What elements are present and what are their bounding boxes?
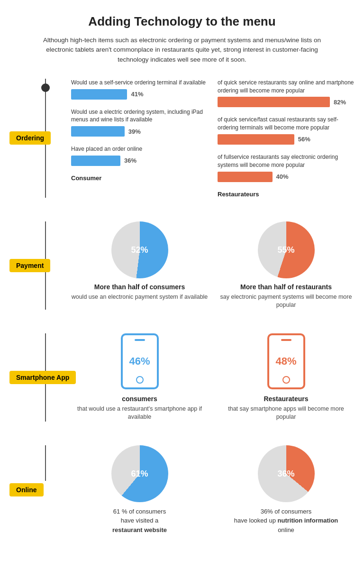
ordering-section: Ordering Would use a self-service orderi… (9, 79, 355, 198)
payment-badge: Payment (9, 259, 50, 272)
smartphone-consumer-title: consumers (122, 395, 157, 403)
restaurateur-bar-2: of quick service/fast casual restaurants… (218, 116, 355, 145)
restaurateur-bar-1-desc: of quick service restaurants say online … (218, 79, 355, 95)
ordering-consumer-col: Would use a self-service ordering termin… (71, 79, 208, 198)
consumer-bar-1-wrap: 41% (71, 89, 208, 100)
payment-restaurateur-pct: 55% (277, 245, 294, 255)
payment-consumer-pct: 52% (131, 245, 148, 255)
consumer-bar-3-desc: Have placed an order online (71, 145, 208, 153)
page-title: Adding Technology to the menu (9, 14, 355, 29)
consumer-bar-1-pct: 41% (131, 91, 143, 98)
consumer-bar-2-fill (71, 126, 125, 137)
online-consumer-col: 61% 61 % of consumers have visited a res… (71, 445, 208, 535)
phone-icon-red: 48% (267, 333, 305, 389)
online-restaurateur-col: 36% 36% of consumers have looked up nutr… (218, 445, 355, 535)
online-restaurateur-text: 36% of consumers have looked up nutritio… (234, 507, 338, 535)
consumer-bar-1-desc: Would use a self-service ordering termin… (71, 79, 208, 87)
smartphone-restaurateur-pct: 48% (275, 355, 296, 368)
online-restaurateur-desc2: have looked up (234, 517, 276, 524)
consumer-bar-3-wrap: 36% (71, 156, 208, 166)
restaurateur-bar-1: of quick service restaurants say online … (218, 79, 355, 108)
online-badge: Online (9, 483, 44, 496)
payment-consumer-desc: would use an electronic payment system i… (72, 293, 208, 302)
online-restaurateur-bold: nutrition information (278, 517, 338, 524)
consumer-bar-1: Would use a self-service ordering termin… (71, 79, 208, 100)
payment-consumer-title: More than half of consumers (94, 283, 185, 291)
consumer-bar-3-pct: 36% (124, 157, 136, 164)
payment-consumer-col: 52% More than half of consumers would us… (71, 221, 208, 310)
online-restaurateur-desc1: 36% of consumers (261, 508, 312, 515)
online-consumer-desc3: restaurant website (112, 526, 167, 533)
online-columns: 61% 61 % of consumers have visited a res… (71, 445, 355, 535)
online-restaurateur-pct: 36% (277, 469, 294, 478)
smartphone-restaurateur-col: 48% Restaurateurs that say smartphone ap… (218, 333, 355, 422)
restaurateur-bar-3-pct: 40% (276, 173, 289, 180)
payment-restaurateur-pie: 55% (258, 221, 315, 278)
restaurateur-bar-3: of fullservice restaurants say electroni… (218, 153, 355, 182)
restaurateur-bar-1-fill (218, 97, 330, 107)
payment-restaurateur-desc: say electronic payment systems will beco… (218, 293, 355, 310)
ordering-restaurateur-col: of quick service restaurants say online … (218, 79, 355, 198)
smartphone-consumer-pct: 46% (129, 355, 150, 368)
smartphone-consumer-desc: that would use a restaurant's smartphone… (71, 405, 208, 422)
payment-restaurateur-title: More than half of restaurants (240, 283, 332, 291)
restaurateur-bar-2-desc: of quick service/fast casual restaurants… (218, 116, 355, 132)
consumer-label: Consumer (71, 175, 208, 182)
page: Adding Technology to the menu Although h… (0, 0, 364, 572)
payment-consumer-pie: 52% (111, 221, 168, 278)
consumer-bar-1-fill (71, 89, 127, 100)
smartphone-section: Smartphone App 46% consumers that would … (9, 333, 355, 422)
consumer-bar-2-wrap: 39% (71, 126, 208, 137)
payment-columns: 52% More than half of consumers would us… (71, 221, 355, 310)
consumer-bar-2-pct: 39% (128, 128, 141, 135)
online-restaurateur-desc3: online (278, 526, 294, 533)
online-section: Online 61% 61 % of consumers have visite… (9, 445, 355, 535)
ordering-content: Would use a self-service ordering termin… (71, 79, 355, 198)
restaurateur-label: Restaurateurs (218, 191, 355, 198)
online-restaurateur-pie: 36% (258, 445, 315, 502)
restaurateur-bar-1-pct: 82% (334, 99, 346, 106)
consumer-bar-3-fill (71, 156, 120, 166)
page-subtitle: Although high-tech items such as electro… (40, 36, 324, 64)
consumer-bar-3: Have placed an order online 36% (71, 145, 208, 166)
smartphone-restaurateur-desc: that say smartphone apps will become mor… (218, 405, 355, 422)
restaurateur-bar-1-wrap: 82% (218, 97, 355, 107)
online-consumer-text: 61 % of consumers have visited a restaur… (112, 507, 167, 535)
smartphone-badge: Smartphone App (9, 371, 76, 384)
consumer-bar-2: Would use a electric ordering system, in… (71, 108, 208, 137)
payment-restaurateur-col: 55% More than half of restaurants say el… (218, 221, 355, 310)
online-consumer-desc2: have visited a (121, 517, 159, 524)
restaurateur-bar-3-wrap: 40% (218, 172, 355, 182)
online-consumer-desc1: 61 % of consumers (113, 508, 166, 515)
smartphone-content: 46% consumers that would use a restauran… (71, 333, 355, 422)
online-content: 61% 61 % of consumers have visited a res… (71, 445, 355, 535)
restaurateur-bar-2-pct: 56% (298, 136, 310, 143)
consumer-bar-2-desc: Would use a electric ordering system, in… (71, 108, 208, 124)
smartphone-columns: 46% consumers that would use a restauran… (71, 333, 355, 422)
smartphone-consumer-col: 46% consumers that would use a restauran… (71, 333, 208, 422)
online-consumer-pie: 61% (111, 445, 168, 502)
restaurateur-bar-3-desc: of fullservice restaurants say electroni… (218, 153, 355, 169)
online-consumer-pct: 61% (131, 469, 148, 478)
ordering-columns: Would use a self-service ordering termin… (71, 79, 355, 198)
restaurateur-bar-3-fill (218, 172, 273, 182)
phone-icon-blue: 46% (121, 333, 159, 389)
restaurateur-bar-2-fill (218, 134, 294, 145)
smartphone-restaurateur-title: Restaurateurs (264, 395, 308, 403)
restaurateur-bar-2-wrap: 56% (218, 134, 355, 145)
payment-content: 52% More than half of consumers would us… (71, 221, 355, 310)
ordering-badge: Ordering (9, 131, 51, 145)
payment-section: Payment 52% More than half of consumers … (9, 221, 355, 310)
